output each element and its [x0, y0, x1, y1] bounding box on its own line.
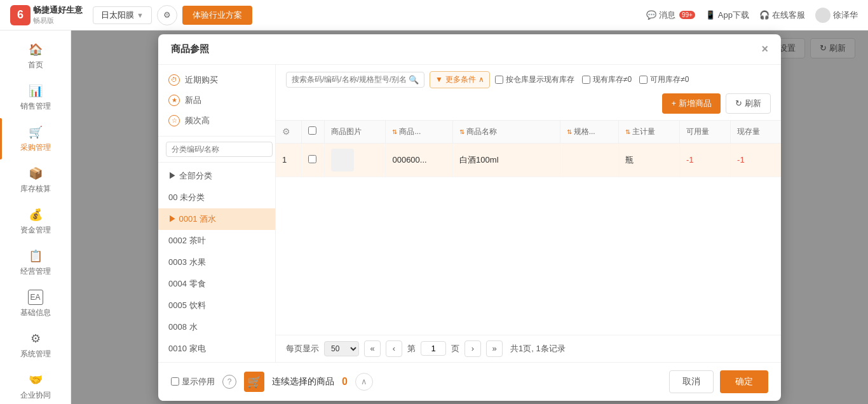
- cat-snack-label: 0004 零食: [168, 278, 206, 290]
- column-settings-icon[interactable]: ⚙: [282, 126, 290, 137]
- row-checkbox[interactable]: [308, 155, 316, 163]
- finance-icon: 💰: [28, 207, 43, 222]
- app-download-nav-item[interactable]: 📱 App下载: [705, 10, 749, 21]
- company-name: 日太阳膜: [101, 10, 134, 21]
- trial-button[interactable]: 体验行业方案: [182, 6, 252, 25]
- footer-right: 取消 确定: [669, 370, 768, 393]
- cell-unit: 瓶: [619, 143, 680, 177]
- sales-icon: 📊: [28, 83, 43, 98]
- home-icon: 🏠: [28, 42, 43, 57]
- category-fruit[interactable]: 0003 水果: [158, 252, 275, 273]
- sidebar-item-inventory[interactable]: 📦 库存核算: [0, 159, 71, 201]
- sidebar-item-home[interactable]: 🏠 首页: [0, 36, 71, 77]
- shortcut-frequent[interactable]: ☆ 频次高: [158, 111, 275, 131]
- search-magnifier-icon[interactable]: 🔍: [409, 75, 419, 84]
- next-page-button[interactable]: ›: [465, 340, 481, 357]
- total-info: 共1页, 1条记录: [510, 343, 566, 354]
- main-layout: 🏠 首页 📊 销售管理 🛒 采购管理 📦 库存核算 💰 资金管理 📋 经营管理 …: [0, 30, 868, 404]
- dialog-header: 商品参照 ×: [158, 34, 781, 65]
- frequent-icon: ☆: [168, 115, 180, 126]
- category-all[interactable]: ▶ 全部分类: [158, 165, 275, 187]
- sidebar-item-operation[interactable]: 📋 经营管理: [0, 242, 71, 283]
- sidebar-item-enterprise[interactable]: 🤝 企业协同: [0, 366, 71, 404]
- product-search-input[interactable]: [292, 75, 406, 84]
- cell-name: 白酒100ml: [453, 143, 560, 177]
- cart-icon[interactable]: 🛒: [244, 372, 264, 392]
- online-service-label: 在线客服: [772, 10, 805, 21]
- cat-tea-label: 0002 茶叶: [168, 235, 206, 246]
- th-code-content: ⇅ 商品...: [392, 126, 446, 137]
- page-size-select[interactable]: 50 100: [324, 341, 359, 356]
- category-uncategorized[interactable]: 00 未分类: [158, 187, 275, 208]
- th-image-label: 商品图片: [331, 126, 362, 137]
- last-page-button[interactable]: »: [486, 340, 503, 357]
- table-body: 1 000600... 白酒100ml: [276, 143, 781, 177]
- settings-icon[interactable]: ⚙: [157, 5, 177, 25]
- show-disabled-label[interactable]: 显示停用: [171, 376, 215, 387]
- refresh-button[interactable]: ↻ 刷新: [726, 93, 771, 114]
- category-list: ▶ 全部分类 00 未分类 ▶ 0001 酒水 0002 茶叶: [158, 163, 275, 362]
- prev-page-button[interactable]: ‹: [386, 340, 402, 357]
- category-liquor[interactable]: ▶ 0001 酒水: [158, 208, 275, 230]
- table-row[interactable]: 1 000600... 白酒100ml: [276, 143, 781, 177]
- category-appliance[interactable]: 0010 家电: [158, 338, 275, 360]
- warehouse-stock-checkbox[interactable]: [495, 76, 503, 84]
- add-product-button[interactable]: + 新增商品: [662, 93, 721, 114]
- sort-icon-name: ⇅: [459, 128, 465, 135]
- shortcut-new[interactable]: ★ 新品: [158, 90, 275, 111]
- cancel-button[interactable]: 取消: [669, 370, 714, 393]
- warehouse-stock-filter[interactable]: 按仓库显示现有库存: [495, 74, 574, 85]
- nonzero-stock-checkbox[interactable]: [582, 76, 590, 84]
- th-image-content: 商品图片: [331, 126, 379, 137]
- online-service-nav-item[interactable]: 🎧 在线客服: [759, 10, 805, 21]
- cat-fruit-label: 0003 水果: [168, 257, 206, 268]
- sidebar-label-sales: 销售管理: [20, 101, 51, 112]
- sidebar-item-sales[interactable]: 📊 销售管理: [0, 77, 71, 118]
- select-all-checkbox[interactable]: [308, 126, 316, 135]
- logo-subtitle: 畅易版: [33, 16, 83, 25]
- sidebar-item-basicinfo[interactable]: EA 基础信息: [0, 283, 71, 325]
- toolbar-right-actions: + 新增商品 ↻ 刷新: [662, 93, 771, 114]
- category-search-input[interactable]: [166, 142, 273, 157]
- category-tea[interactable]: 0002 茶叶: [158, 230, 275, 252]
- category-snack[interactable]: 0004 零食: [158, 273, 275, 295]
- th-stock: 现存量: [731, 121, 781, 144]
- shortcut-recent[interactable]: ⏱ 近期购买: [158, 70, 275, 90]
- first-page-button[interactable]: «: [364, 340, 381, 357]
- company-selector[interactable]: 日太阳膜 ▼: [93, 6, 152, 24]
- nonzero-available-filter[interactable]: 可用库存≠0: [639, 74, 689, 85]
- dialog-footer: 显示停用 ? 🛒 连续选择的商品 0 ∧ 取消 确定: [158, 362, 781, 401]
- collapse-footer-button[interactable]: ∧: [355, 373, 373, 391]
- page-label: 第: [407, 343, 416, 354]
- basicinfo-icon: EA: [28, 290, 43, 305]
- cell-index: 1: [276, 143, 301, 177]
- mobile-icon: 📱: [705, 10, 715, 20]
- dialog-close-button[interactable]: ×: [761, 43, 768, 55]
- message-icon: 💬: [646, 10, 656, 20]
- refresh-label: 刷新: [745, 98, 761, 109]
- warehouse-stock-label: 按仓库显示现有库存: [506, 74, 574, 85]
- nonzero-available-checkbox[interactable]: [639, 76, 648, 84]
- th-index: ⚙: [276, 121, 301, 144]
- th-stock-content: 现存量: [737, 126, 775, 137]
- category-drink[interactable]: 0005 饮料: [158, 295, 275, 316]
- message-nav-item[interactable]: 💬 消息 99+: [646, 10, 695, 21]
- th-available: 可用量: [679, 121, 730, 144]
- help-icon[interactable]: ?: [222, 375, 236, 389]
- user-avatar-nav-item[interactable]: 徐泽华: [815, 8, 858, 23]
- confirm-button[interactable]: 确定: [720, 370, 768, 393]
- filter-icon: ▼: [435, 75, 443, 84]
- sidebar-item-system[interactable]: ⚙ 系统管理: [0, 325, 71, 366]
- more-filter-button[interactable]: ▼ 更多条件 ∧: [430, 71, 490, 88]
- th-name-content: ⇅ 商品名称: [459, 126, 553, 137]
- th-code: ⇅ 商品...: [386, 121, 453, 144]
- sidebar-item-finance[interactable]: 💰 资金管理: [0, 201, 71, 242]
- sidebar-item-purchase[interactable]: 🛒 采购管理: [0, 118, 71, 159]
- page-number-input[interactable]: [421, 341, 446, 356]
- show-disabled-checkbox[interactable]: [171, 377, 179, 386]
- operation-icon: 📋: [28, 248, 43, 264]
- category-water[interactable]: 0008 水: [158, 316, 275, 338]
- sidebar-label-purchase: 采购管理: [20, 142, 51, 153]
- nonzero-stock-filter[interactable]: 现有库存≠0: [582, 74, 632, 85]
- headset-icon: 🎧: [759, 10, 770, 20]
